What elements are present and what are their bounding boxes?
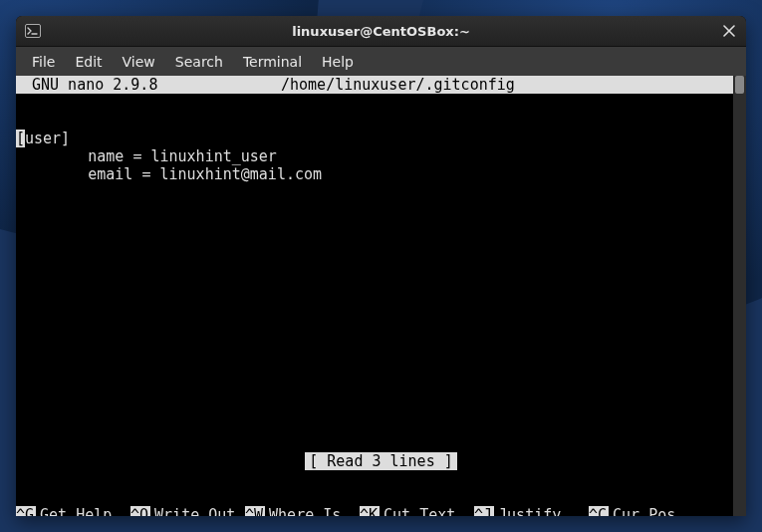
key-desc: Cur Pos xyxy=(609,506,675,516)
shortcut-cur-pos: ^CCur Pos xyxy=(589,506,703,516)
shortcut-cut-text: ^KCut Text xyxy=(360,506,474,516)
menu-view[interactable]: View xyxy=(113,50,165,74)
key-label: ^W xyxy=(245,506,265,516)
nano-header: GNU nano 2.9.8 /home/linuxuser/.gitconfi… xyxy=(16,76,746,94)
nano-version: GNU nano 2.9.8 xyxy=(16,76,281,94)
shortcut-where-is: ^WWhere Is xyxy=(245,506,360,516)
cursor: [ xyxy=(16,130,25,147)
key-desc: Justify xyxy=(494,506,561,516)
key-desc: Cut Text xyxy=(380,506,455,516)
nano-status-text: [ Read 3 lines ] xyxy=(305,452,457,470)
nano-file-path: /home/linuxuser/.gitconfig xyxy=(281,76,746,94)
window-title: linuxuser@CentOSBox:~ xyxy=(16,24,746,39)
key-label: ^G xyxy=(16,506,36,516)
editor-line: [user] xyxy=(16,130,746,147)
svg-rect-0 xyxy=(26,25,41,38)
terminal-icon xyxy=(24,22,42,40)
shortcut-row: ^GGet Help ^OWrite Out ^WWhere Is ^KCut … xyxy=(16,506,746,516)
editor-line: email = linuxhint@mail.com xyxy=(16,165,746,183)
scrollbar[interactable] xyxy=(733,76,746,516)
key-desc: Get Help xyxy=(36,506,112,516)
editor-text: email = linuxhint@mail.com xyxy=(16,165,322,183)
menu-help[interactable]: Help xyxy=(312,50,364,74)
menubar: File Edit View Search Terminal Help xyxy=(16,47,746,78)
editor-line: name = linuxhint_user xyxy=(16,147,746,165)
menu-edit[interactable]: Edit xyxy=(65,50,112,74)
scrollbar-thumb[interactable] xyxy=(735,76,744,94)
key-label: ^C xyxy=(589,506,609,516)
shortcut-get-help: ^GGet Help xyxy=(16,506,130,516)
close-button[interactable] xyxy=(718,20,740,42)
nano-shortcuts: ^GGet Help ^OWrite Out ^WWhere Is ^KCut … xyxy=(16,470,746,516)
menu-file[interactable]: File xyxy=(22,50,65,74)
key-label: ^O xyxy=(130,506,150,516)
editor-text: name = linuxhint_user xyxy=(16,147,277,165)
key-desc: Write Out xyxy=(150,506,235,516)
shortcut-write-out: ^OWrite Out xyxy=(130,506,245,516)
titlebar: linuxuser@CentOSBox:~ xyxy=(16,16,746,47)
key-label: ^K xyxy=(360,506,380,516)
nano-editor-body[interactable]: [user] name = linuxhint_user email = lin… xyxy=(16,94,746,452)
menu-search[interactable]: Search xyxy=(165,50,233,74)
menu-terminal[interactable]: Terminal xyxy=(233,50,312,74)
editor-text: user] xyxy=(25,130,70,147)
editor-line xyxy=(16,112,746,130)
shortcut-justify: ^JJustify xyxy=(474,506,589,516)
terminal-area[interactable]: GNU nano 2.9.8 /home/linuxuser/.gitconfi… xyxy=(16,76,746,516)
nano-status-line: [ Read 3 lines ] xyxy=(16,452,746,470)
key-desc: Where Is xyxy=(265,506,341,516)
terminal-window: linuxuser@CentOSBox:~ File Edit View Sea… xyxy=(16,16,746,516)
key-label: ^J xyxy=(474,506,494,516)
